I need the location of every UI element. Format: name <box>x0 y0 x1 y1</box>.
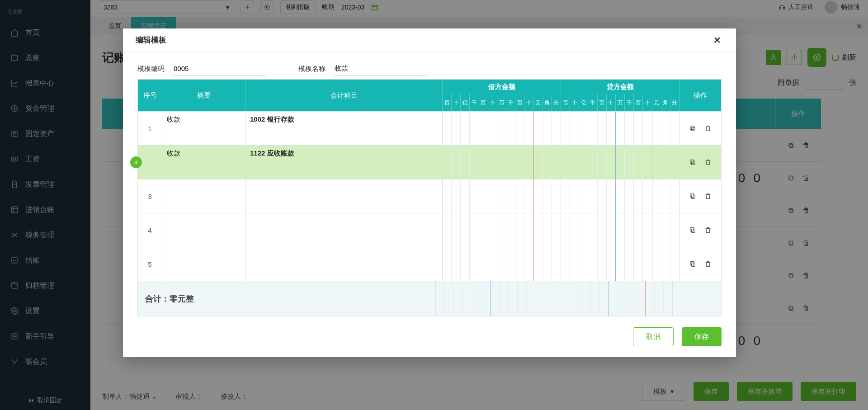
copy-row-icon[interactable] <box>688 259 697 269</box>
template-form: 模板编码 模板名称 <box>123 52 736 79</box>
row-abstract[interactable] <box>162 179 245 213</box>
template-row[interactable]: 5 <box>138 247 721 281</box>
row-abstract[interactable] <box>162 213 245 247</box>
svg-rect-15 <box>691 127 695 131</box>
total-label: 合计：零元整 <box>145 293 194 304</box>
col-debit: 借方金额 百十亿千百十万千百十元角分 <box>443 80 561 111</box>
modal-header: 编辑模板 ✕ <box>123 28 736 52</box>
delete-row-icon[interactable] <box>703 158 712 167</box>
svg-rect-23 <box>691 263 695 266</box>
row-abstract[interactable]: 收款 <box>162 112 245 145</box>
col-credit: 贷方金额 百十亿千百十万千百十元角分 <box>561 80 679 111</box>
delete-row-icon[interactable] <box>703 259 712 269</box>
template-row[interactable]: 4 <box>138 213 721 247</box>
row-ops <box>679 247 721 281</box>
copy-row-icon[interactable] <box>688 158 697 167</box>
copy-row-icon[interactable] <box>688 124 697 133</box>
template-total-row: 合计：零元整 <box>138 281 721 316</box>
save-template-button[interactable]: 保存 <box>682 327 722 346</box>
svg-rect-17 <box>691 161 695 165</box>
row-abstract[interactable] <box>162 247 245 281</box>
row-ops <box>679 112 721 145</box>
template-row[interactable]: 3 <box>138 179 721 213</box>
edit-template-modal: 编辑模板 ✕ 模板编码 模板名称 序号 摘要 会计科目 借方金额 百十亿千百十万… <box>123 28 736 357</box>
debit-units: 百十亿千百十万千百十元角分 <box>443 94 561 111</box>
modal-close-button[interactable]: ✕ <box>711 34 723 47</box>
svg-rect-24 <box>690 262 694 265</box>
row-account[interactable] <box>245 213 443 247</box>
svg-rect-16 <box>690 126 694 130</box>
col-account: 会计科目 <box>245 80 443 111</box>
template-name-input[interactable] <box>333 62 428 75</box>
col-abstract: 摘要 <box>162 80 245 111</box>
col-ops: 操作 <box>679 80 721 111</box>
template-name-label: 模板名称 <box>298 65 326 73</box>
delete-row-icon[interactable] <box>703 226 712 235</box>
delete-row-icon[interactable] <box>703 192 712 201</box>
credit-units: 百十亿千百十万千百十元角分 <box>561 94 679 111</box>
row-ops <box>679 146 721 179</box>
svg-rect-18 <box>690 160 694 164</box>
add-row-button[interactable]: + <box>130 156 142 168</box>
template-row[interactable]: +收款1122 应收账款 <box>138 145 721 179</box>
row-seq: 4 <box>138 213 162 247</box>
svg-rect-21 <box>691 229 695 232</box>
row-ops <box>679 179 721 213</box>
row-abstract[interactable]: 收款 <box>162 146 245 179</box>
row-seq: + <box>138 146 162 179</box>
row-ops <box>679 213 721 247</box>
copy-row-icon[interactable] <box>688 226 697 235</box>
svg-rect-19 <box>691 195 695 198</box>
row-account[interactable] <box>245 179 443 213</box>
svg-rect-22 <box>690 228 694 231</box>
template-row[interactable]: 1收款1002 银行存款 <box>138 111 721 145</box>
row-account[interactable]: 1002 银行存款 <box>245 112 443 145</box>
template-code-label: 模板编码 <box>137 65 165 73</box>
template-table-body: 1收款1002 银行存款+收款1122 应收账款345 <box>138 111 721 281</box>
modal-title: 编辑模板 <box>136 35 166 45</box>
row-account[interactable]: 1122 应收账款 <box>245 146 443 179</box>
template-code-input[interactable] <box>172 62 267 75</box>
row-seq: 1 <box>138 112 162 145</box>
col-seq: 序号 <box>138 80 162 111</box>
template-table: 序号 摘要 会计科目 借方金额 百十亿千百十万千百十元角分 贷方金额 百十亿千百… <box>137 79 722 316</box>
template-table-header: 序号 摘要 会计科目 借方金额 百十亿千百十万千百十元角分 贷方金额 百十亿千百… <box>138 80 721 111</box>
row-seq: 3 <box>138 179 162 213</box>
cancel-button[interactable]: 取消 <box>633 327 674 346</box>
row-seq: 5 <box>138 247 162 281</box>
modal-footer: 取消 保存 <box>123 316 736 346</box>
copy-row-icon[interactable] <box>688 192 697 201</box>
svg-rect-20 <box>690 194 694 198</box>
delete-row-icon[interactable] <box>703 124 712 133</box>
row-account[interactable] <box>245 247 443 281</box>
